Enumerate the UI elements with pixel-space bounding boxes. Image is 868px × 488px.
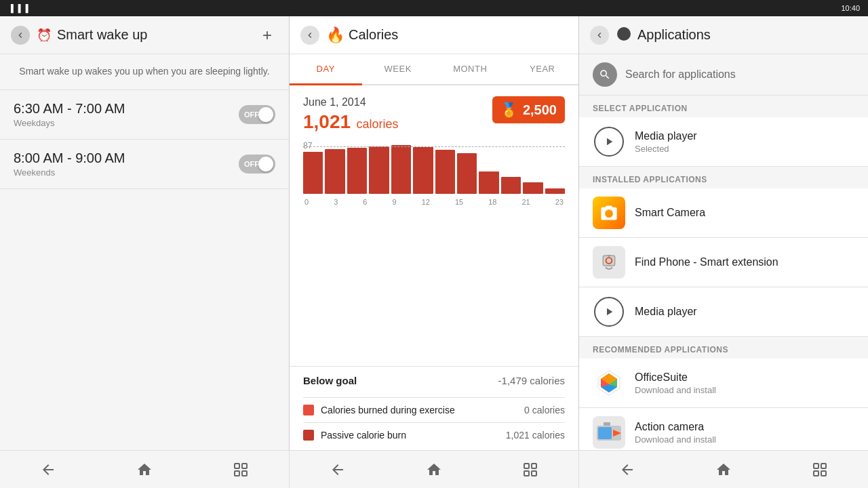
svg-rect-21 [524,471,529,476]
alarm-1-info: 6:30 AM - 7:00 AM Weekdays [14,101,125,128]
svg-rect-22 [532,471,536,476]
officesuite-name: OfficeSuite [635,371,854,384]
panel3-back-button[interactable] [590,26,609,45]
chart-x-label: 9 [392,198,396,206]
below-goal-value: -1,479 calories [498,375,565,386]
chart-bar [413,147,433,194]
panel2-nav [290,451,579,488]
chart-bar [303,152,323,194]
calories-tabs: DAY WEEK MONTH YEAR [290,54,578,85]
panel3-title: Applications [637,27,711,43]
alarm-item-2[interactable]: 8:00 AM - 9:00 AM Weekends OFF [0,140,289,189]
chart-x-label: 6 [363,198,367,206]
svg-rect-14 [604,422,610,426]
status-bar: ▐ ▐ ▐ 10:40 [0,0,868,16]
action-camera-name: Action camera [635,421,854,433]
selected-app-item[interactable]: Media player Selected [579,117,868,167]
chart-bar [501,177,521,194]
action-camera-icon-wrapper [593,416,625,449]
chart-x-label: 3 [334,198,338,206]
legend-item-exercise: Calories burned during exercise 0 calori… [303,397,565,422]
tab-week[interactable]: WEEK [362,54,435,85]
panel2-back-button[interactable] [300,26,319,45]
alarm-2-toggle-label: OFF [244,160,259,168]
legend-value-passive: 1,021 calories [506,430,565,441]
tab-day[interactable]: DAY [290,54,362,85]
svg-rect-25 [814,471,818,476]
officesuite-icon [593,367,625,399]
officesuite-info: OfficeSuite Download and install [635,371,854,395]
svg-rect-18 [242,471,247,476]
legend-dot-exercise [303,405,314,415]
bar-chart: 87 03691215182123 [303,141,565,209]
add-alarm-button[interactable]: + [256,24,278,46]
officesuite-status: Download and install [635,385,854,395]
below-goal-label: Below goal [303,375,357,386]
selected-app-info: Media player Selected [635,130,854,154]
panel2-header: 🔥 Calories [290,16,578,54]
chart-x-label: 15 [455,198,463,206]
smart-camera-icon-wrapper [593,197,625,229]
chart-bar [479,171,498,194]
svg-rect-23 [814,464,818,468]
selected-app-name: Media player [635,130,854,142]
calorie-legend: Calories burned during exercise 0 calori… [290,394,578,450]
smart-camera-item[interactable]: Smart Camera [579,188,868,238]
svg-rect-20 [532,464,536,468]
status-left: ▐ ▐ ▐ [8,4,28,12]
media-player-item[interactable]: Media player [579,287,868,337]
action-camera-status: Download and install [635,434,854,445]
calories-flame-icon: 🔥 [326,26,344,44]
panel1-back-nav[interactable] [35,456,62,483]
chart-x-label: 21 [521,198,530,206]
search-icon [593,62,617,87]
find-phone-item[interactable]: Find Phone - Smart extension [579,238,868,287]
svg-rect-26 [821,471,826,476]
chart-bar [435,150,455,194]
panel2-recents-nav[interactable] [517,456,544,483]
action-camera-item[interactable]: Action camera Download and install [579,408,868,450]
panel3-home-nav[interactable] [710,456,737,483]
action-camera-info: Action camera Download and install [635,421,854,445]
tab-year[interactable]: YEAR [507,54,579,85]
legend-label-exercise: Calories burned during exercise [321,405,455,415]
chart-x-label: 0 [304,198,309,206]
apps-icon [616,26,632,45]
bottom-navigation [0,450,868,488]
panel3-back-nav[interactable] [614,456,641,483]
recommended-apps-header: RECOMMENDED APPLICATIONS [579,337,868,359]
panel3-nav [579,451,868,488]
calories-date: June 1, 2014 [303,96,399,108]
wake-icon: ⏰ [37,28,52,43]
goal-value: 2,500 [523,102,557,118]
panel1-back-button[interactable] [11,26,30,45]
panel3-header: Applications [579,16,868,54]
calories-panel: 🔥 Calories DAY WEEK MONTH YEAR June 1, 2… [290,16,579,450]
chart-x-label: 23 [555,198,564,206]
svg-rect-12 [598,427,612,439]
panel1-home-nav[interactable] [131,456,158,483]
media-player-icon-wrapper [593,296,625,328]
panel1-recents-nav[interactable] [227,456,254,483]
find-phone-info: Find Phone - Smart extension [635,256,854,268]
goal-badge-icon: 🏅 [500,102,517,118]
search-applications-row[interactable]: Search for applications [579,54,868,96]
tab-month[interactable]: MONTH [434,54,507,85]
find-phone-icon [593,246,625,279]
alarm-1-toggle[interactable]: OFF [239,105,275,124]
select-application-header: SELECT APPLICATION [579,96,868,117]
alarm-2-toggle-knob [258,157,273,171]
alarm-2-toggle[interactable]: OFF [239,155,275,174]
officesuite-item[interactable]: OfficeSuite Download and install [579,359,868,408]
panel2-title: Calories [349,27,398,43]
panel1-title: Smart wake up [57,27,147,43]
panel2-back-nav[interactable] [324,456,351,483]
alarm-1-toggle-label: OFF [244,110,259,119]
panel1-header: ⏰ Smart wake up + [0,16,289,54]
alarm-1-days: Weekdays [14,118,125,128]
chart-bars [303,141,565,195]
panel3-recents-nav[interactable] [806,456,833,483]
alarm-item-1[interactable]: 6:30 AM - 7:00 AM Weekdays OFF [0,90,289,140]
alarm-2-time: 8:00 AM - 9:00 AM [14,150,125,166]
panel2-home-nav[interactable] [420,456,448,483]
